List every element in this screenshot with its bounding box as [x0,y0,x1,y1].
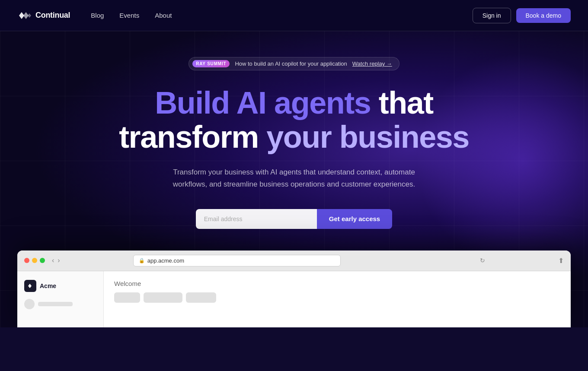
hero-section: RAY SUMMIT How to build an AI copilot fo… [0,31,588,327]
traffic-light-red[interactable] [24,258,29,263]
nav-item-blog[interactable]: Blog [91,12,104,19]
heading-white-1: that [371,86,433,120]
heading-colored-1: Build AI agents [155,86,371,120]
address-bar[interactable]: 🔒 app.acme.com [133,255,341,266]
app-logo-row: Acme [24,280,96,292]
skeleton-btn-1 [114,292,140,303]
browser-mockup-section: ‹ › 🔒 app.acme.com ↻ ⬆ [17,251,571,327]
url-text: app.acme.com [147,257,184,264]
book-demo-button[interactable]: Book a demo [516,8,571,23]
app-logo-icon [24,280,36,292]
app-name: Acme [40,282,56,289]
hero-heading: Build AI agents that transform your busi… [119,86,469,154]
announcement-text: How to build an AI copilot for your appl… [235,60,347,67]
watch-replay-link[interactable]: Watch replay → [352,60,392,67]
email-input[interactable] [196,209,317,229]
hero-subtext: Transform your business with AI agents t… [160,166,428,190]
browser-toolbar: ‹ › 🔒 app.acme.com ↻ ⬆ [17,251,571,271]
browser-window: ‹ › 🔒 app.acme.com ↻ ⬆ [17,251,571,327]
share-icon[interactable]: ⬆ [558,257,564,265]
traffic-light-green[interactable] [40,258,45,263]
logo-text: Continual [35,11,70,20]
skeleton-button-group [114,292,560,303]
nav-item-about[interactable]: About [155,12,172,19]
skeleton-circle [24,299,35,309]
traffic-light-yellow[interactable] [32,258,37,263]
skeleton-btn-3 [186,292,216,303]
nav-actions: Sign in Book a demo [473,8,571,23]
heading-white-2: transform [119,120,259,154]
sidebar-skeleton-row [24,299,96,309]
app-sidebar: Acme [17,271,104,327]
nav-links: Blog Events About [91,12,172,19]
navbar: Continual Blog Events About Sign in Book… [0,0,588,31]
signin-button[interactable]: Sign in [473,8,511,23]
browser-nav-buttons: ‹ › [52,257,60,264]
nav-item-events[interactable]: Events [119,12,139,19]
ray-summit-badge: RAY SUMMIT [192,60,230,67]
back-arrow-icon[interactable]: ‹ [52,257,54,264]
announcement-bar[interactable]: RAY SUMMIT How to build an AI copilot fo… [189,57,399,70]
forward-arrow-icon[interactable]: › [58,257,60,264]
lock-icon: 🔒 [139,258,145,263]
welcome-label: Welcome [114,280,560,287]
reload-icon[interactable]: ↻ [480,257,485,264]
skeleton-line [38,302,73,306]
skeleton-btn-2 [144,292,182,303]
browser-content: Acme Welcome [17,271,571,327]
cta-row: Get early access [196,209,392,229]
heading-colored-2: your business [259,120,469,154]
get-early-access-button[interactable]: Get early access [317,209,392,229]
app-main-content: Welcome [104,271,571,327]
logo-icon [17,10,31,21]
traffic-lights [24,258,45,263]
logo[interactable]: Continual [17,10,70,21]
